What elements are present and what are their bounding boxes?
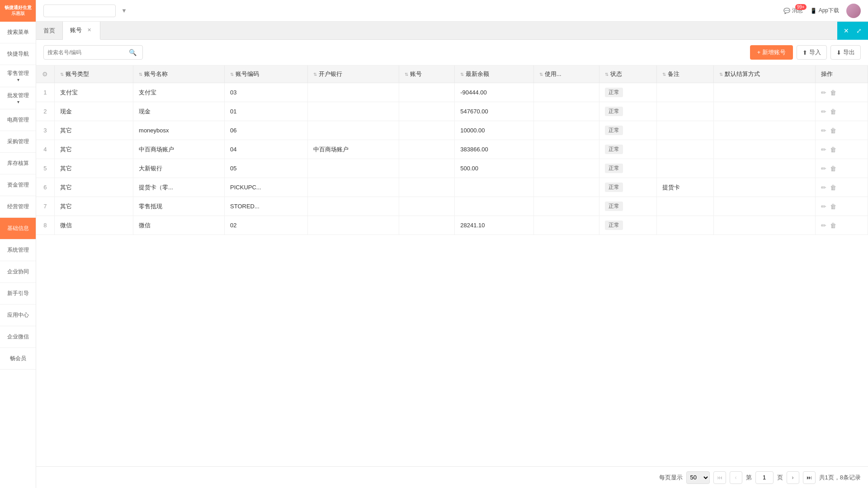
cell-account — [399, 159, 455, 178]
cell-usage — [533, 216, 599, 235]
sidebar-item-新手引导[interactable]: 新手引导 — [0, 283, 36, 305]
cell-type: 其它 — [54, 121, 133, 140]
col-account[interactable]: ⇅账号 — [399, 66, 455, 83]
cell-remark — [657, 83, 714, 102]
page-first-button[interactable]: ⏮ — [713, 471, 726, 484]
delete-icon[interactable]: 🗑 — [830, 203, 836, 210]
cell-action: ✏ 🗑 — [816, 216, 868, 235]
export-icon: ⬇ — [836, 49, 841, 56]
sidebar: 畅捷通好生意 乐惠版 搜索菜单快捷导航零售管理 ▾批发管理 ▾电商管理采购管理库… — [0, 0, 36, 488]
col-status[interactable]: ⇅状态 — [599, 66, 656, 83]
cell-type: 其它 — [54, 159, 133, 178]
export-button[interactable]: ⬇ 导出 — [830, 45, 861, 60]
col-type[interactable]: ⇅账号类型 — [54, 66, 133, 83]
top-search-input[interactable] — [43, 5, 116, 17]
page-size-select[interactable]: 50 20 100 — [686, 471, 710, 484]
sidebar-item-企业微信[interactable]: 企业微信 — [0, 326, 36, 348]
add-account-button[interactable]: + 新增账号 — [750, 45, 793, 60]
page-last-button[interactable]: ⏭ — [803, 471, 816, 484]
edit-icon[interactable]: ✏ — [821, 184, 826, 191]
delete-icon[interactable]: 🗑 — [830, 127, 836, 134]
dropdown-arrow-icon[interactable]: ▼ — [121, 7, 127, 14]
page-prev-button[interactable]: ‹ — [730, 471, 742, 484]
cell-bank — [307, 83, 399, 102]
col-remark[interactable]: ⇅备注 — [657, 66, 714, 83]
sidebar-item-企业协同[interactable]: 企业协同 — [0, 261, 36, 283]
col-name[interactable]: ⇅账号名称 — [133, 66, 225, 83]
cell-status: 正常 — [599, 197, 656, 216]
tab-account[interactable]: 账号 ✕ — [63, 22, 100, 40]
cell-name: 现金 — [133, 102, 225, 121]
delete-icon[interactable]: 🗑 — [830, 165, 836, 172]
tab-minimize-button[interactable]: ✕ — [841, 25, 852, 36]
col-gear: ⚙ — [36, 66, 54, 83]
row-num: 4 — [36, 140, 54, 159]
header-left: ▼ — [43, 5, 127, 17]
col-code[interactable]: ⇅账号编码 — [225, 66, 308, 83]
edit-icon[interactable]: ✏ — [821, 89, 826, 96]
cell-type: 支付宝 — [54, 83, 133, 102]
search-icon[interactable]: 🔍 — [129, 49, 137, 56]
cell-bank — [307, 121, 399, 140]
export-label: 导出 — [843, 48, 855, 56]
col-usage[interactable]: ⇅使用... — [533, 66, 599, 83]
user-avatar[interactable] — [846, 4, 861, 18]
row-num: 1 — [36, 83, 54, 102]
message-badge: 99+ — [795, 4, 807, 10]
cell-action: ✏ 🗑 — [816, 178, 868, 197]
sidebar-item-电商管理[interactable]: 电商管理 — [0, 109, 36, 131]
toolbar-right: + 新增账号 ⬆ 导入 ⬇ 导出 — [750, 45, 861, 60]
col-default-settle[interactable]: ⇅默认结算方式 — [713, 66, 816, 83]
edit-icon[interactable]: ✏ — [821, 203, 826, 210]
tab-close-icon[interactable]: ✕ — [85, 27, 93, 34]
edit-icon[interactable]: ✏ — [821, 146, 826, 153]
tab-maximize-button[interactable]: ⤢ — [854, 25, 864, 36]
sidebar-item-系统管理[interactable]: 系统管理 — [0, 239, 36, 261]
tab-home[interactable]: 首页 — [36, 22, 63, 40]
table-row: 5 其它 大新银行 05 500.00 正常 ✏ 🗑 — [36, 159, 868, 178]
sidebar-item-零售管理[interactable]: 零售管理 ▾ — [0, 65, 36, 87]
cell-code: 01 — [225, 102, 308, 121]
search-input[interactable] — [47, 49, 129, 56]
edit-icon[interactable]: ✏ — [821, 165, 826, 172]
sidebar-item-采购管理[interactable]: 采购管理 — [0, 131, 36, 153]
sidebar-item-基础信息[interactable]: 基础信息 — [0, 218, 36, 239]
edit-icon[interactable]: ✏ — [821, 108, 826, 115]
delete-icon[interactable]: 🗑 — [830, 146, 836, 153]
gear-icon[interactable]: ⚙ — [42, 70, 48, 78]
page-label-before: 第 — [746, 474, 752, 482]
cell-account — [399, 178, 455, 197]
sidebar-item-批发管理[interactable]: 批发管理 ▾ — [0, 87, 36, 109]
page-number-input[interactable] — [755, 471, 774, 484]
sidebar-item-经营管理[interactable]: 经营管理 — [0, 196, 36, 218]
sidebar-item-畅会员[interactable]: 畅会员 — [0, 348, 36, 370]
sidebar-item-搜索菜单[interactable]: 搜索菜单 — [0, 22, 36, 43]
delete-icon[interactable]: 🗑 — [830, 222, 836, 229]
delete-icon[interactable]: 🗑 — [830, 108, 836, 115]
status-badge: 正常 — [605, 202, 623, 211]
cell-remark — [657, 216, 714, 235]
delete-icon[interactable]: 🗑 — [830, 89, 836, 96]
edit-icon[interactable]: ✏ — [821, 222, 826, 229]
import-icon: ⬆ — [802, 49, 807, 56]
sidebar-item-应用中心[interactable]: 应用中心 — [0, 305, 36, 326]
col-bank[interactable]: ⇅开户银行 — [307, 66, 399, 83]
status-badge: 正常 — [605, 145, 623, 154]
cell-action: ✏ 🗑 — [816, 83, 868, 102]
cell-code: 02 — [225, 216, 308, 235]
cell-account — [399, 197, 455, 216]
sidebar-item-资金管理[interactable]: 资金管理 — [0, 174, 36, 196]
edit-icon[interactable]: ✏ — [821, 127, 826, 134]
table-container: ⚙ ⇅账号类型 ⇅账号名称 ⇅账号编码 ⇅开户银行 ⇅账号 ⇅最新余额 ⇅使用.… — [36, 66, 868, 466]
message-button[interactable]: 💬 消息 99+ — [783, 7, 803, 14]
cell-bank — [307, 197, 399, 216]
app-download-button[interactable]: 📱 App下载 — [810, 7, 839, 14]
import-button[interactable]: ⬆ 导入 — [797, 45, 827, 60]
sidebar-item-快捷导航[interactable]: 快捷导航 — [0, 43, 36, 65]
delete-icon[interactable]: 🗑 — [830, 184, 836, 191]
sidebar-item-库存核算[interactable]: 库存核算 — [0, 153, 36, 174]
page-next-button[interactable]: › — [787, 471, 799, 484]
cell-name: 提货卡（零... — [133, 178, 225, 197]
col-balance[interactable]: ⇅最新余额 — [455, 66, 534, 83]
cell-usage — [533, 197, 599, 216]
